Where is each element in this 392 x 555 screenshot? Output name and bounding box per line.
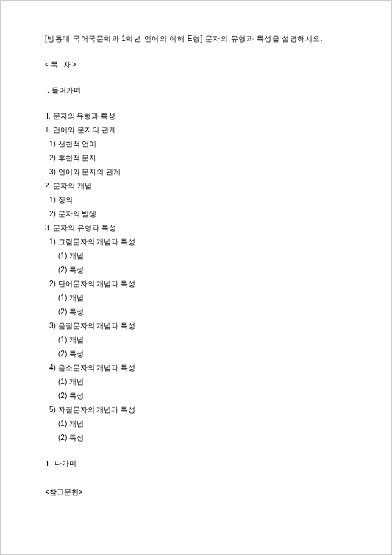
toc-subitem: 4) 음소문자의 개념과 특성 — [45, 361, 347, 375]
toc-subsubitem: (1) 개념 — [45, 375, 347, 389]
document-page: [방통대 국어국문학과 1학년 언어의 이해 E형] 문자의 유형과 특성을 설… — [0, 0, 392, 555]
toc-subsubitem: (1) 개념 — [45, 417, 347, 431]
toc-subsubitem: (2) 특성 — [45, 431, 347, 445]
document-title: [방통대 국어국문학과 1학년 언어의 이해 E형] 문자의 유형과 특성을 설… — [45, 32, 347, 46]
toc-subitem: 3) 언어와 문자의 관계 — [45, 165, 347, 179]
section-body: Ⅱ. 문자의 유형과 특성 1. 언어와 문자의 관계 1) 선천적 언어 2)… — [45, 109, 347, 445]
references-heading: <참고문헌> — [45, 485, 347, 499]
toc-subsubitem: (1) 개념 — [45, 249, 347, 263]
toc-subsubitem: (2) 특성 — [45, 263, 347, 277]
toc-subitem: 3) 음절문자의 개념과 특성 — [45, 319, 347, 333]
toc-subitem: 2) 후천적 문자 — [45, 151, 347, 165]
toc-item: 1. 언어와 문자의 관계 — [45, 123, 347, 137]
toc-subitem: 5) 자질문자의 개념과 특성 — [45, 403, 347, 417]
section-intro: Ⅰ. 들어가며 — [45, 83, 347, 97]
section-heading: Ⅲ. 나가며 — [45, 456, 347, 470]
toc-subitem: 1) 정의 — [45, 193, 347, 207]
toc-subitem: 1) 선천적 언어 — [45, 137, 347, 151]
toc-subsubitem: (2) 특성 — [45, 389, 347, 403]
toc-subsubitem: (1) 개념 — [45, 333, 347, 347]
toc-item: 2. 문자의 개념 — [45, 179, 347, 193]
toc-subitem: 2) 문자의 발생 — [45, 207, 347, 221]
toc-item: 3. 문자의 유형과 특성 — [45, 221, 347, 235]
section-conclusion: Ⅲ. 나가며 — [45, 456, 347, 470]
toc-header: <목 차> — [45, 57, 347, 71]
toc-subitem: 1) 그림문자의 개념과 특성 — [45, 235, 347, 249]
toc-subitem: 2) 단어문자의 개념과 특성 — [45, 277, 347, 291]
section-heading: Ⅱ. 문자의 유형과 특성 — [45, 109, 347, 123]
toc-subsubitem: (1) 개념 — [45, 291, 347, 305]
toc-subsubitem: (2) 특성 — [45, 347, 347, 361]
section-heading: Ⅰ. 들어가며 — [45, 83, 347, 97]
toc-subsubitem: (2) 특성 — [45, 305, 347, 319]
